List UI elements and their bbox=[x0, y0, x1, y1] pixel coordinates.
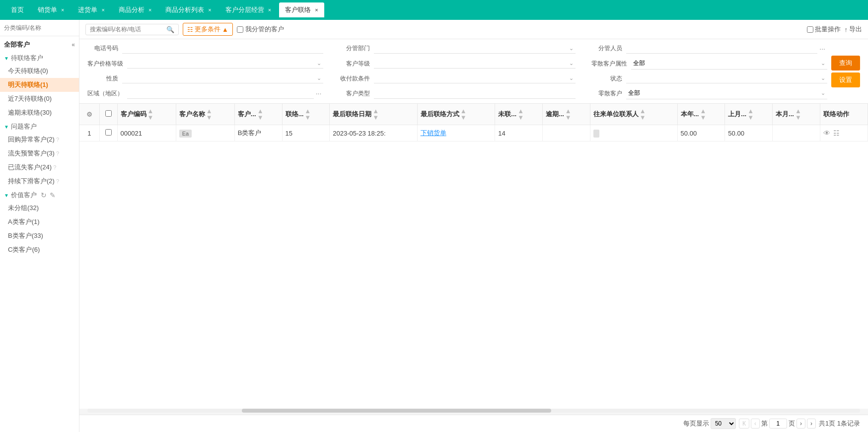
th-type-label: 客户... bbox=[238, 110, 256, 119]
sidebar: 🔍 全部客户 « ▼ 待联络客户 今天待联络(0) 明天待联络(1) 近7天待联… bbox=[0, 20, 79, 432]
sidebar-item-ungrouped[interactable]: 未分组(32) bbox=[0, 201, 79, 215]
filter-icon: ☷ bbox=[187, 26, 193, 33]
nav-close-product[interactable]: × bbox=[148, 7, 151, 13]
sort-this-year[interactable]: 本年... ▲▼ bbox=[681, 108, 722, 121]
batch-operation-button[interactable]: 批量操作 bbox=[807, 25, 841, 34]
sort-arrows-code: ▲▼ bbox=[147, 108, 154, 121]
filter-field-customer-level: 客户等级 ⌄ bbox=[339, 59, 575, 69]
more-dots-manager[interactable]: ··· bbox=[817, 45, 827, 53]
edit-icon[interactable]: ✎ bbox=[50, 191, 56, 199]
refresh-icon[interactable]: ↻ bbox=[41, 191, 47, 199]
sidebar-item-class-a[interactable]: A类客户(1) bbox=[0, 215, 79, 229]
filter-row-2: 客户价格等级 ⌄ 客户等级 ⌄ bbox=[87, 58, 827, 70]
nav-product-analysis-list[interactable]: 商品分析列表 × bbox=[159, 2, 217, 17]
eye-action-icon[interactable]: 👁 bbox=[823, 129, 830, 137]
filter-select-price-level[interactable]: ⌄ bbox=[127, 59, 323, 69]
sort-type[interactable]: 客户... ▲▼ bbox=[238, 108, 279, 121]
first-page-button[interactable]: К bbox=[739, 419, 749, 429]
sort-name[interactable]: 客户名称 ▲▼ bbox=[179, 108, 231, 121]
filter-select-dept[interactable]: ⌄ bbox=[374, 44, 575, 54]
filter-search-icon[interactable]: 🔍 bbox=[166, 26, 174, 33]
horizontal-scrollbar-track[interactable] bbox=[87, 409, 860, 413]
sidebar-item-today-label: 今天待联络(0) bbox=[8, 67, 48, 75]
my-customers-checkbox[interactable] bbox=[237, 26, 243, 33]
my-customers-checkbox-label[interactable]: 我分管的客户 bbox=[237, 25, 284, 34]
th-type: 客户... ▲▼ bbox=[234, 104, 282, 125]
td-code: 000021 bbox=[117, 125, 176, 142]
grid-action-icon[interactable]: ☷ bbox=[833, 129, 840, 137]
sort-last-date[interactable]: 最后联络日期 ▲▼ bbox=[333, 108, 414, 121]
sort-last-month[interactable]: 上月... ▲▼ bbox=[728, 108, 769, 121]
batch-checkbox[interactable] bbox=[807, 26, 813, 33]
nav-sales-order[interactable]: 销货单 × bbox=[32, 2, 70, 17]
filter-more-conditions[interactable]: ☷ 更多条件 ▲ bbox=[183, 23, 233, 36]
select-all-checkbox[interactable] bbox=[105, 110, 112, 117]
last-method-link[interactable]: 下销货单 bbox=[421, 129, 446, 137]
sidebar-search-input[interactable] bbox=[4, 24, 78, 31]
nav-close-product-list[interactable]: × bbox=[208, 7, 211, 13]
sort-contact-count[interactable]: 联络... ▲▼ bbox=[286, 108, 327, 121]
filter-select-status[interactable]: ⌄ bbox=[626, 73, 827, 83]
nav-customer-tier[interactable]: 客户分层经营 × bbox=[219, 2, 277, 17]
filter-input-manager[interactable] bbox=[626, 43, 818, 54]
filter-select-nature[interactable]: ⌄ bbox=[122, 73, 323, 83]
sort-last-method[interactable]: 最后联络方式 ▲▼ bbox=[421, 108, 492, 121]
nav-home[interactable]: 首页 bbox=[5, 2, 30, 17]
more-dots-region[interactable]: ··· bbox=[314, 89, 324, 97]
nav-label-product-list: 商品分析列表 bbox=[165, 5, 204, 14]
sidebar-all-customers[interactable]: 全部客户 « bbox=[0, 36, 79, 51]
export-button[interactable]: ↑ 导出 bbox=[845, 25, 863, 34]
sidebar-item-class-b[interactable]: B类客户(33) bbox=[0, 229, 79, 243]
last-page-button[interactable]: › bbox=[807, 419, 816, 429]
filter-search-input[interactable] bbox=[90, 26, 164, 33]
sidebar-item-churn-warning[interactable]: 流失预警客户(3) ? bbox=[0, 146, 79, 160]
sidebar-item-churn-warning-label: 流失预警客户(3) bbox=[8, 149, 55, 158]
sort-code[interactable]: 客户编码 ▲▼ bbox=[121, 108, 173, 121]
filter-select-retail-attr[interactable]: 全部 ⌄ bbox=[631, 58, 827, 70]
sort-this-month[interactable]: 本月... ▲▼ bbox=[776, 108, 817, 121]
filter-input-region[interactable] bbox=[127, 88, 314, 99]
nav-close-customer-tier[interactable]: × bbox=[268, 7, 271, 13]
gear-icon-th[interactable]: ⚙ bbox=[86, 111, 92, 118]
sidebar-item-7days[interactable]: 近7天待联络(0) bbox=[0, 92, 79, 106]
filter-select-retail-attr-value: 全部 bbox=[633, 59, 645, 68]
filter-select-payment[interactable]: ⌄ bbox=[374, 73, 575, 83]
sidebar-item-tomorrow[interactable]: 明天待联络(1) bbox=[0, 78, 79, 92]
sidebar-item-abnormal[interactable]: 回购异常客户(2) ? bbox=[0, 133, 79, 146]
nav-close-customer-contact[interactable]: × bbox=[315, 7, 318, 13]
th-contact-count-label: 联络... bbox=[286, 110, 304, 119]
filter-label-retail-attr: 零散客户属性 bbox=[591, 60, 631, 68]
next-page-button[interactable]: › bbox=[796, 419, 805, 429]
nav-purchase-order[interactable]: 进货单 × bbox=[72, 2, 110, 17]
nav-product-analysis[interactable]: 商品分析 × bbox=[113, 2, 157, 17]
sidebar-item-churned[interactable]: 已流失客户(24) ? bbox=[0, 160, 79, 174]
nav-close-sales[interactable]: × bbox=[61, 7, 64, 13]
chevron-down-icon-payment: ⌄ bbox=[569, 75, 574, 81]
sidebar-item-today[interactable]: 今天待联络(0) bbox=[0, 64, 79, 78]
set-button[interactable]: 设置 bbox=[831, 72, 860, 87]
filter-select-customer-level[interactable]: ⌄ bbox=[374, 59, 575, 69]
th-last-date-label: 最后联络日期 bbox=[333, 110, 371, 119]
th-uncontacted: 未联... ▲▼ bbox=[495, 104, 543, 125]
sidebar-item-declining[interactable]: 持续下滑客户(2) ? bbox=[0, 174, 79, 188]
sidebar-collapse-icon[interactable]: « bbox=[72, 41, 75, 48]
nav-customer-contact[interactable]: 客户联络 × bbox=[279, 2, 324, 17]
sort-overdue[interactable]: 逾期... ▲▼ bbox=[546, 108, 587, 121]
chevron-down-icon-dept: ⌄ bbox=[569, 45, 574, 52]
th-checkbox bbox=[99, 104, 117, 125]
query-button[interactable]: 查询 bbox=[831, 56, 860, 71]
row-checkbox[interactable] bbox=[105, 129, 112, 136]
sort-uncontacted[interactable]: 未联... ▲▼ bbox=[498, 108, 539, 121]
nav-close-purchase[interactable]: × bbox=[101, 7, 104, 13]
page-number-input[interactable] bbox=[769, 419, 787, 429]
th-actions: 联络动作 bbox=[820, 104, 868, 125]
sidebar-item-class-c[interactable]: C类客户(6) bbox=[0, 243, 79, 257]
filter-input-customer-type[interactable] bbox=[374, 88, 575, 99]
filter-select-retail-customer[interactable]: 全部 ⌄ bbox=[626, 87, 827, 99]
filter-input-phone[interactable] bbox=[122, 43, 323, 54]
horizontal-scrollbar-thumb[interactable] bbox=[242, 409, 551, 413]
prev-page-button[interactable]: ‹ bbox=[751, 419, 760, 429]
sidebar-item-overdue[interactable]: 逾期未联络(30) bbox=[0, 106, 79, 120]
page-size-select[interactable]: 20 50 100 bbox=[711, 418, 736, 429]
sort-unit-contact[interactable]: 往来单位联系人 ▲▼ bbox=[593, 108, 674, 121]
